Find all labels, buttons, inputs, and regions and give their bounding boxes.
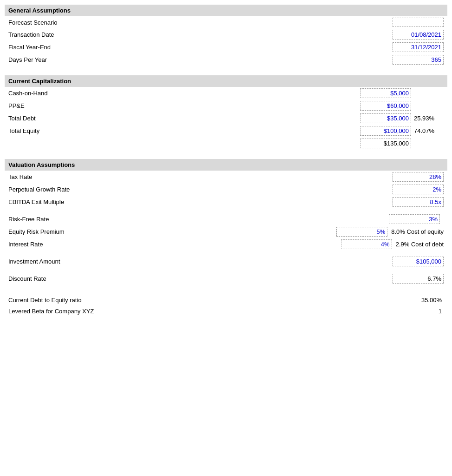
forecast-scenario-row: Forecast Scenario (5, 16, 447, 28)
risk-free-rate-label: Risk-Free Rate (8, 216, 389, 223)
valuation-assumptions-section: Valuation Assumptions Tax Rate 28% Perpe… (5, 159, 447, 317)
perpetual-growth-rate-row: Perpetual Growth Rate 2% (5, 183, 447, 196)
levered-beta-value: 1 (393, 308, 444, 315)
interest-rate-note: 2.9% Cost of debt (392, 241, 444, 248)
fiscal-year-end-label: Fiscal Year-End (8, 44, 393, 51)
total-equity-percent: 74.07% (411, 127, 444, 134)
debt-equity-ratio-value: 35.00% (393, 297, 444, 304)
total-debt-row: Total Debt $35,000 25.93% (5, 112, 447, 125)
transaction-date-input[interactable]: 01/08/2021 (393, 30, 444, 40)
cash-on-hand-row: Cash-on-Hand $5,000 (5, 87, 447, 99)
cash-on-hand-label: Cash-on-Hand (8, 90, 360, 97)
debt-equity-ratio-row: Current Debt to Equity ratio 35.00% (5, 294, 447, 305)
cash-on-hand-input[interactable]: $5,000 (360, 88, 411, 98)
risk-free-rate-row: Risk-Free Rate 3% (5, 213, 447, 225)
levered-beta-row: Levered Beta for Company XYZ 1 (5, 305, 447, 317)
transaction-date-row: Transaction Date 01/08/2021 (5, 28, 447, 41)
ppe-label: PP&E (8, 102, 360, 109)
tax-rate-row: Tax Rate 28% (5, 171, 447, 183)
total-equity-label: Total Equity (8, 127, 360, 134)
ebitda-exit-multiple-label: EBITDA Exit Multiple (8, 198, 393, 205)
interest-rate-input[interactable]: 4% (341, 239, 392, 249)
days-per-year-input[interactable]: 365 (393, 55, 444, 65)
tax-rate-label: Tax Rate (8, 173, 393, 180)
forecast-scenario-input[interactable] (393, 18, 444, 27)
capitalization-total-row: $135,000 (5, 137, 447, 150)
risk-free-rate-input[interactable]: 3% (389, 214, 440, 224)
valuation-assumptions-header: Valuation Assumptions (5, 159, 447, 171)
investment-amount-input[interactable]: $105,000 (393, 257, 444, 266)
general-assumptions-section: General Assumptions Forecast Scenario Tr… (5, 5, 447, 66)
debt-equity-ratio-label: Current Debt to Equity ratio (8, 297, 393, 304)
total-debt-percent: 25.93% (411, 115, 444, 122)
total-equity-input[interactable]: $100,000 (360, 126, 411, 136)
capitalization-total-value: $135,000 (360, 139, 411, 148)
equity-risk-premium-note: 8.0% Cost of equity (387, 228, 444, 235)
investment-amount-row: Investment Amount $105,000 (5, 255, 447, 268)
investment-amount-label: Investment Amount (8, 258, 393, 265)
discount-rate-value: 6.7% (393, 274, 444, 284)
perpetual-growth-rate-label: Perpetual Growth Rate (8, 186, 393, 193)
interest-rate-label: Interest Rate (8, 241, 341, 248)
current-capitalization-section: Current Capitalization Cash-on-Hand $5,0… (5, 75, 447, 150)
tax-rate-input[interactable]: 28% (393, 172, 444, 182)
total-debt-label: Total Debt (8, 115, 360, 122)
interest-rate-row: Interest Rate 4% 2.9% Cost of debt (5, 238, 447, 251)
perpetual-growth-rate-input[interactable]: 2% (393, 185, 444, 194)
equity-risk-premium-label: Equity Risk Premium (8, 228, 336, 235)
fiscal-year-end-row: Fiscal Year-End 31/12/2021 (5, 41, 447, 53)
total-equity-row: Total Equity $100,000 74.07% (5, 125, 447, 137)
ppe-input[interactable]: $60,000 (360, 101, 411, 111)
ppe-row: PP&E $60,000 (5, 99, 447, 112)
discount-rate-row: Discount Rate 6.7% (5, 272, 447, 285)
ebitda-exit-multiple-input[interactable]: 8.5x (393, 197, 444, 207)
general-assumptions-header: General Assumptions (5, 5, 447, 16)
days-per-year-row: Days Per Year 365 (5, 53, 447, 66)
levered-beta-label: Levered Beta for Company XYZ (8, 308, 393, 315)
days-per-year-label: Days Per Year (8, 56, 393, 63)
current-capitalization-header: Current Capitalization (5, 75, 447, 87)
transaction-date-label: Transaction Date (8, 31, 393, 38)
total-debt-input[interactable]: $35,000 (360, 113, 411, 123)
forecast-scenario-label: Forecast Scenario (8, 19, 393, 26)
discount-rate-label: Discount Rate (8, 275, 393, 282)
ebitda-exit-multiple-row: EBITDA Exit Multiple 8.5x (5, 196, 447, 208)
fiscal-year-end-input[interactable]: 31/12/2021 (393, 42, 444, 52)
equity-risk-premium-row: Equity Risk Premium 5% 8.0% Cost of equi… (5, 225, 447, 238)
equity-risk-premium-input[interactable]: 5% (336, 227, 387, 237)
